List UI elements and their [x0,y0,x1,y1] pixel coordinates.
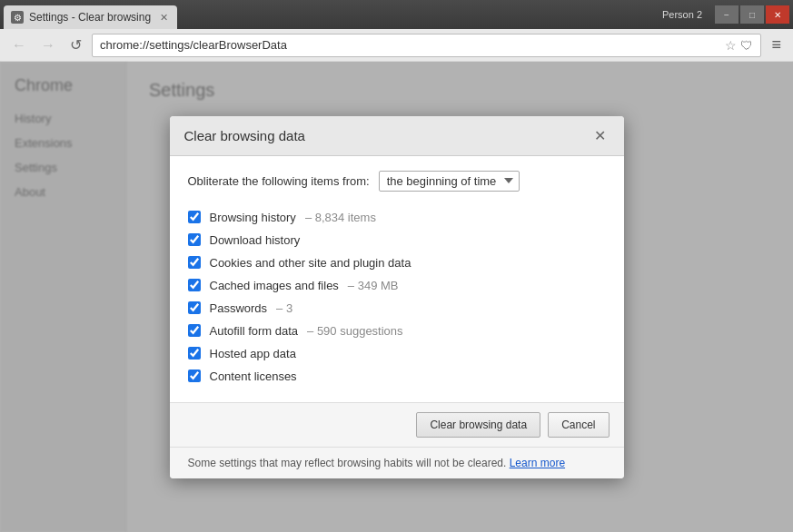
checkbox-row-passwords: Passwords – 3 [188,297,606,320]
checkbox-row-cached-images: Cached images and files – 349 MB [188,274,606,297]
item-count-browsing-history: – 8,834 items [305,211,376,224]
cancel-button[interactable]: Cancel [548,412,609,438]
checkbox-row-browsing-history: Browsing history – 8,834 items [188,206,606,229]
maximize-button[interactable]: □ [740,5,764,24]
checkbox-hosted-app[interactable] [188,347,201,360]
learn-more-link[interactable]: Learn more [510,457,565,469]
item-label-passwords: Passwords [210,301,268,315]
bookmark-icon[interactable]: ☆ [725,38,737,53]
tab-close-button[interactable]: ✕ [160,12,168,24]
back-button[interactable]: ← [7,35,31,55]
checkbox-download-history[interactable] [188,233,201,246]
obliterate-label: Obliterate the following items from: [188,174,370,188]
item-count-passwords: – 3 [276,301,292,315]
clear-browsing-dialog: Clear browsing data ✕ Obliterate the fol… [170,116,624,478]
menu-icon[interactable]: ≡ [767,34,786,56]
modal-overlay: Clear browsing data ✕ Obliterate the fol… [0,62,793,532]
item-label-download-history: Download history [210,233,301,247]
clear-browsing-data-button[interactable]: Clear browsing data [416,412,540,438]
dialog-title: Clear browsing data [184,128,305,143]
checkbox-row-content-licenses: Content licenses [188,365,606,388]
checkbox-row-hosted-app: Hosted app data [188,342,606,365]
user-profile-label: Person 2 [662,9,702,20]
tab-favicon: ⚙ [11,11,24,24]
shield-icon: 🛡 [740,38,753,53]
dialog-header: Clear browsing data ✕ [170,116,624,156]
dialog-close-button[interactable]: ✕ [590,127,610,144]
url-bar[interactable]: chrome://settings/clearBrowserData ☆ 🛡 [92,34,761,57]
checkbox-autofill[interactable] [188,324,201,337]
minimize-button[interactable]: − [715,5,738,24]
navigation-bar: ← → ↺ chrome://settings/clearBrowserData… [0,29,793,62]
item-label-cached-images: Cached images and files [210,279,339,292]
checkbox-browsing-history[interactable] [188,211,201,223]
checkbox-cached-images[interactable] [188,279,201,291]
window-controls: − □ ✕ [715,5,789,24]
dialog-body: Obliterate the following items from: the… [170,156,624,402]
obliterate-row: Obliterate the following items from: the… [188,171,606,192]
tab-area: ⚙ Settings - Clear browsing ✕ [4,0,662,29]
reload-button[interactable]: ↺ [65,34,86,55]
forward-button[interactable]: → [36,35,60,55]
item-label-hosted-app: Hosted app data [210,347,296,360]
tab-label: Settings - Clear browsing [29,11,151,24]
time-range-select[interactable]: the beginning of time the past hour the … [379,171,520,192]
checkbox-row-autofill: Autofill form data – 590 suggestions [188,320,606,342]
checkbox-row-cookies: Cookies and other site and plugin data [188,251,606,274]
item-label-cookies: Cookies and other site and plugin data [210,256,411,270]
dialog-footer-note: Some settings that may reflect browsing … [170,447,624,478]
dialog-buttons: Clear browsing data Cancel [170,402,624,447]
footer-note-text: Some settings that may reflect browsing … [188,457,507,469]
checkbox-row-download-history: Download history [188,229,606,251]
item-count-cached-images: – 349 MB [348,279,399,292]
url-text: chrome://settings/clearBrowserData [100,38,721,52]
active-tab[interactable]: ⚙ Settings - Clear browsing ✕ [4,5,177,29]
checkbox-passwords[interactable] [188,301,201,314]
item-label-autofill: Autofill form data [210,324,299,338]
item-label-content-licenses: Content licenses [210,369,297,383]
item-label-browsing-history: Browsing history [210,211,296,224]
checkbox-cookies[interactable] [188,256,201,269]
browser-content: Chrome History Extensions Settings About… [0,62,793,532]
close-button[interactable]: ✕ [766,5,789,24]
checkbox-content-licenses[interactable] [188,369,201,382]
item-count-autofill: – 590 suggestions [307,324,403,338]
title-bar: ⚙ Settings - Clear browsing ✕ Person 2 −… [0,0,793,29]
